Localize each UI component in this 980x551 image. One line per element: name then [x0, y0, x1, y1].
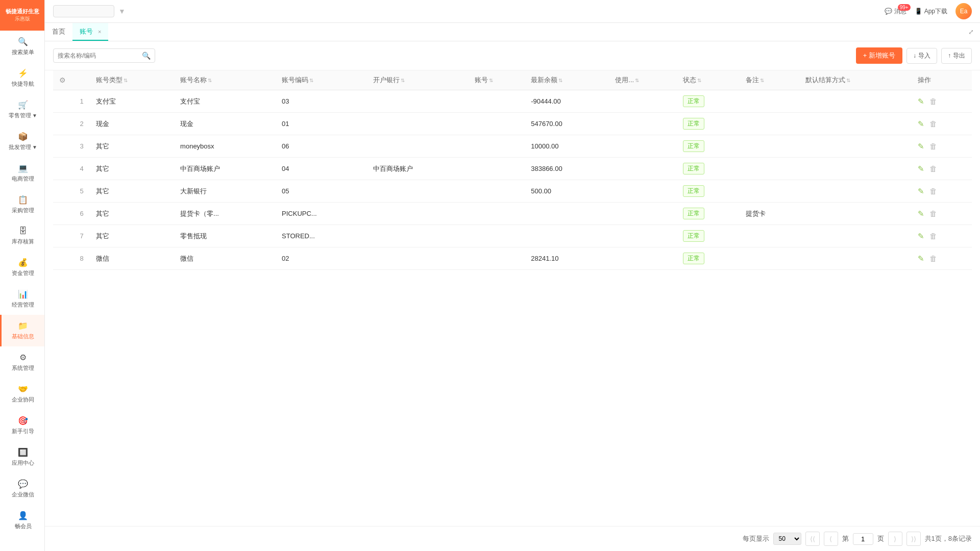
row-balance-6	[527, 225, 611, 247]
account-search-input[interactable]	[58, 52, 142, 59]
sort-icon-status[interactable]: ⇅	[697, 78, 701, 83]
tab-close-account[interactable]: ×	[98, 29, 101, 35]
page-last-button[interactable]: ⟩⟩	[906, 532, 921, 546]
edit-button-4[interactable]: ✎	[918, 187, 924, 196]
sort-icon-settlement[interactable]: ⇅	[846, 78, 850, 83]
row-bank-3: 中百商场账户	[369, 158, 471, 180]
row-balance-3: 383866.00	[527, 158, 611, 180]
sidebar-item-inventory[interactable]: 🗄 库存核算	[0, 220, 44, 252]
delete-button-4[interactable]: 🗑	[929, 187, 937, 195]
tab-home[interactable]: 首页	[45, 23, 72, 41]
sidebar-item-operations[interactable]: 📊 经营管理	[0, 283, 44, 315]
sidebar-label-appcenter: 应用中心	[12, 459, 34, 467]
sidebar-icon-cooperation: 🤝	[18, 384, 28, 394]
sort-icon-account[interactable]: ⇅	[489, 78, 493, 83]
sort-icon-type[interactable]: ⇅	[124, 78, 128, 83]
sidebar-item-cooperation[interactable]: 🤝 企业协同	[0, 378, 44, 410]
sidebar-item-bizwechat[interactable]: 💬 企业微信	[0, 473, 44, 505]
page-first-button[interactable]: ⟨⟨	[805, 532, 820, 546]
message-icon: 💬	[885, 8, 892, 15]
topbar-search-icon[interactable]: ▼	[118, 7, 126, 15]
row-account-4	[471, 180, 527, 203]
sidebar-item-basicinfo[interactable]: 📁 基础信息	[0, 315, 44, 346]
sidebar-item-appcenter[interactable]: 🔲 应用中心	[0, 441, 44, 473]
import-button[interactable]: ↓ 导入	[906, 48, 937, 64]
sidebar-item-wholesale[interactable]: 📦 批发管理 ▼	[0, 126, 44, 157]
edit-button-2[interactable]: ✎	[918, 142, 924, 151]
delete-button-6[interactable]: 🗑	[929, 232, 937, 240]
sidebar-item-newbie[interactable]: 🎯 新手引导	[0, 410, 44, 441]
import-icon: ↓	[913, 52, 916, 59]
page-prev-button[interactable]: ⟨	[824, 532, 838, 546]
tab-expand-icon[interactable]: ⤢	[962, 28, 980, 36]
sidebar-label-ecommerce: 电商管理	[12, 175, 34, 183]
edit-button-3[interactable]: ✎	[918, 164, 924, 173]
tab-account[interactable]: 账号×	[72, 23, 108, 41]
col-header-settings[interactable]: ⚙	[53, 70, 71, 90]
sort-icon-balance[interactable]: ⇅	[558, 78, 562, 83]
sidebar-item-quicknav[interactable]: ⚡ 快捷导航	[0, 62, 44, 94]
row-settings-7	[53, 247, 71, 270]
sidebar-icon-quicknav: ⚡	[18, 68, 28, 78]
col-header-usage[interactable]: 使用...⇅	[611, 70, 679, 90]
sidebar-item-ecommerce[interactable]: 💻 电商管理	[0, 157, 44, 189]
sidebar-item-finance[interactable]: 💰 资金管理	[0, 252, 44, 283]
page-next-button[interactable]: ⟩	[888, 532, 902, 546]
settings-icon[interactable]: ⚙	[59, 76, 66, 84]
edit-button-5[interactable]: ✎	[918, 209, 924, 218]
col-header-type[interactable]: 账号类型⇅	[92, 70, 176, 90]
col-label-settlement: 默认结算方式	[805, 76, 845, 84]
row-usage-7	[611, 247, 679, 270]
message-button[interactable]: 💬 消息 99+	[885, 7, 906, 16]
user-avatar[interactable]: Ea	[955, 3, 972, 19]
content-toolbar: 🔍 + 新增账号 ↓ 导入 ↑ 导出	[45, 41, 980, 70]
delete-button-2[interactable]: 🗑	[929, 142, 937, 151]
row-note-7	[742, 247, 801, 270]
col-header-balance[interactable]: 最新余额⇅	[527, 70, 611, 90]
col-header-account[interactable]: 账号⇅	[471, 70, 527, 90]
col-header-note[interactable]: 备注⇅	[742, 70, 801, 90]
row-settlement-0	[801, 90, 914, 113]
table-wrapper: ⚙账号类型⇅账号名称⇅账号编码⇅开户银行⇅账号⇅最新余额⇅使用...⇅状态⇅备注…	[45, 70, 980, 526]
delete-button-1[interactable]: 🗑	[929, 119, 937, 128]
row-name-7: 微信	[176, 247, 278, 270]
col-header-status[interactable]: 状态⇅	[679, 70, 742, 90]
sidebar-icon-appcenter: 🔲	[18, 447, 28, 457]
row-name-0: 支付宝	[176, 90, 278, 113]
edit-button-0[interactable]: ✎	[918, 97, 924, 106]
delete-button-5[interactable]: 🗑	[929, 209, 937, 218]
col-header-name[interactable]: 账号名称⇅	[176, 70, 278, 90]
sort-icon-note[interactable]: ⇅	[760, 78, 764, 83]
edit-button-6[interactable]: ✎	[918, 232, 924, 241]
add-account-button[interactable]: + 新增账号	[856, 47, 902, 64]
row-name-1: 现金	[176, 113, 278, 135]
col-header-code[interactable]: 账号编码⇅	[278, 70, 369, 90]
page-number-input[interactable]	[853, 533, 873, 545]
status-badge-7: 正常	[683, 253, 704, 264]
sidebar-item-purchase[interactable]: 📋 采购管理	[0, 189, 44, 220]
tab-label-home: 首页	[52, 27, 65, 36]
sidebar-item-retail[interactable]: 🛒 零售管理 ▼	[0, 94, 44, 126]
sort-icon-code[interactable]: ⇅	[309, 78, 313, 83]
delete-button-3[interactable]: 🗑	[929, 164, 937, 173]
sort-icon-usage[interactable]: ⇅	[635, 78, 639, 83]
sidebar-item-search[interactable]: 🔍 搜索菜单	[0, 31, 44, 62]
sidebar-item-member[interactable]: 👤 畅会员	[0, 505, 44, 536]
row-type-7: 微信	[92, 247, 176, 270]
edit-button-1[interactable]: ✎	[918, 119, 924, 129]
sort-icon-name[interactable]: ⇅	[208, 78, 212, 83]
topbar-search-input[interactable]	[53, 5, 114, 17]
col-header-settlement[interactable]: 默认结算方式⇅	[801, 70, 914, 90]
status-badge-1: 正常	[683, 118, 704, 130]
app-download-button[interactable]: 📱 App下载	[915, 7, 947, 16]
col-header-bank[interactable]: 开户银行⇅	[369, 70, 471, 90]
sidebar-item-system[interactable]: ⚙ 系统管理	[0, 346, 44, 378]
edit-button-7[interactable]: ✎	[918, 254, 924, 263]
delete-button-0[interactable]: 🗑	[929, 97, 937, 106]
export-button[interactable]: ↑ 导出	[941, 48, 972, 64]
delete-button-7[interactable]: 🗑	[929, 254, 937, 263]
sidebar-icon-purchase: 📋	[18, 195, 28, 205]
page-size-select[interactable]: 50 20 100	[773, 533, 801, 545]
sidebar-label-search: 搜索菜单	[12, 48, 34, 56]
sort-icon-bank[interactable]: ⇅	[401, 78, 405, 83]
